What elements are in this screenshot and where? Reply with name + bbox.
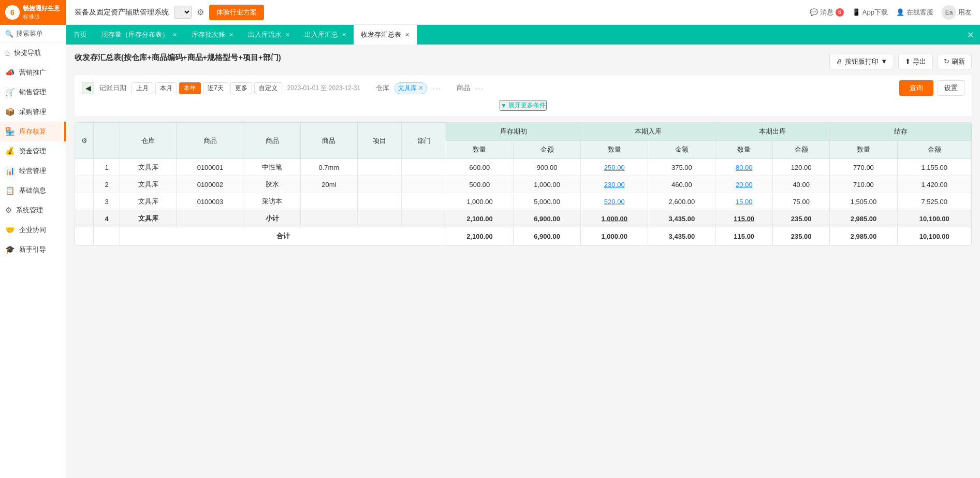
settings-filter-btn[interactable]: 设置 — [938, 80, 964, 96]
tab-inout-summary[interactable]: 出入库汇总 ✕ — [297, 25, 354, 45]
nav-icon-sales: 🛒 — [5, 88, 15, 97]
cell-open-qty: 1,000.00 — [446, 193, 513, 210]
footer-out-amt: 235.00 — [772, 227, 829, 245]
date-label: 记账日期 — [99, 83, 126, 93]
system-selector[interactable] — [174, 6, 192, 19]
filter-expand-btn[interactable]: ▼ 展开更多条件 — [500, 100, 547, 111]
cell-out-qty[interactable]: 20.00 — [715, 176, 772, 193]
tab-receive-summary-close[interactable]: ✕ — [405, 32, 409, 38]
user-item[interactable]: Ea 用友 — [942, 5, 972, 20]
cell-in-qty[interactable]: 1,000.00 — [581, 210, 648, 227]
logo-text: 畅捷通好生意 标准版 — [23, 4, 60, 21]
col-bal-amt-header: 金额 — [897, 141, 971, 159]
footer-label: 合计 — [120, 227, 446, 245]
date-btn-this-year[interactable]: 本年 — [179, 82, 201, 94]
sidebar-logo: 6 畅捷通好生意 标准版 — [0, 0, 66, 25]
cell-in-qty[interactable]: 230.00 — [581, 176, 648, 193]
col-open-header: 库存期初 — [446, 123, 580, 141]
logo-line1: 畅捷通好生意 — [23, 4, 60, 13]
cell-project — [358, 210, 402, 227]
tab-home[interactable]: 首页 — [66, 25, 94, 45]
cell-open-qty: 2,100.00 — [446, 210, 513, 227]
query-btn[interactable]: 查询 — [899, 80, 933, 96]
sidebar-search[interactable]: 🔍 搜索菜单 — [0, 25, 66, 43]
cell-no: 4 — [94, 210, 120, 227]
cell-bal-amt: 10,100.00 — [897, 210, 971, 227]
cell-no: 2 — [94, 176, 120, 193]
goods-more-btn[interactable]: ··· — [475, 84, 484, 92]
tab-batch-close[interactable]: ✕ — [229, 32, 233, 38]
cell-out-amt: 235.00 — [772, 210, 829, 227]
sidebar-item-sales[interactable]: 🛒 销售管理 — [0, 82, 66, 102]
nav-icon-enterprise: 🤝 — [5, 225, 15, 235]
cell-settings — [75, 210, 94, 227]
cell-project — [358, 193, 402, 210]
footer-bal-amt: 10,100.00 — [897, 227, 971, 245]
cell-spec: 20ml — [300, 176, 357, 193]
date-btn-last-month[interactable]: 上月 — [131, 82, 153, 94]
sidebar-item-inventory[interactable]: 🏪 库存核算 — [0, 122, 66, 141]
tab-receive-summary[interactable]: 收发存汇总表 ✕ — [354, 25, 417, 45]
sidebar-item-enterprise[interactable]: 🤝 企业协同 — [0, 220, 66, 240]
print-icon: 🖨 — [836, 57, 843, 65]
tab-inventory-dist-close[interactable]: ✕ — [172, 32, 177, 38]
cell-out-qty[interactable]: 115.00 — [715, 210, 772, 227]
cell-warehouse: 文具库 — [120, 159, 177, 176]
settings-icon[interactable]: ⚙ — [197, 7, 204, 17]
sidebar-item-business[interactable]: 📊 经营管理 — [0, 161, 66, 181]
sidebar-item-guide[interactable]: 🎓 新手引导 — [0, 240, 66, 259]
sidebar-item-marketing[interactable]: 📣 营销推广 — [0, 63, 66, 82]
print-btn[interactable]: 🖨 按钮版打印 ▼ — [829, 54, 894, 69]
cell-name: 小计 — [244, 210, 300, 227]
tab-batch[interactable]: 库存批次账 ✕ — [184, 25, 241, 45]
col-open-amt-header: 金额 — [514, 141, 581, 159]
nav-label-finance: 资金管理 — [19, 147, 46, 156]
topbar: 装备及固定资产辅助管理系统 ⚙ 体验行业方案 💬 消息 6 📱 App下载 👤 … — [66, 0, 980, 25]
app-download-label: App下载 — [862, 8, 888, 17]
col-settings-header[interactable]: ⚙ — [75, 123, 94, 159]
filter-collapse-btn[interactable]: ◀ — [82, 82, 94, 94]
cell-out-qty[interactable]: 80.00 — [715, 159, 772, 176]
refresh-btn[interactable]: ↻ 刷新 — [937, 54, 972, 69]
sidebar-item-quick[interactable]: ⌂ 快捷导航 — [0, 43, 66, 63]
cell-warehouse: 文具库 — [120, 210, 177, 227]
online-service-label: 在线客服 — [906, 8, 933, 17]
date-range: 2023-01-01 至 2023-12-31 — [287, 84, 360, 93]
sidebar-item-basic[interactable]: 📋 基础信息 — [0, 181, 66, 200]
cell-in-qty[interactable]: 520.00 — [581, 193, 648, 210]
warehouse-more-btn[interactable]: ··· — [432, 84, 441, 92]
tab-inventory-dist[interactable]: 现存量（库存分布表） ✕ — [94, 25, 184, 45]
cell-out-qty[interactable]: 15.00 — [715, 193, 772, 210]
cell-out-amt: 40.00 — [772, 176, 829, 193]
avatar: Ea — [942, 5, 956, 20]
footer-open-qty: 2,100.00 — [446, 227, 513, 245]
nav-icon-guide: 🎓 — [5, 245, 15, 254]
mobile-icon: 📱 — [852, 8, 860, 16]
cell-project — [358, 176, 402, 193]
app-download-item[interactable]: 📱 App下载 — [852, 8, 888, 17]
export-btn[interactable]: ⬆ 导出 — [898, 54, 933, 69]
system-name: 装备及固定资产辅助管理系统 — [75, 8, 169, 17]
cell-open-amt: 5,000.00 — [514, 193, 581, 210]
tab-inout-summary-close[interactable]: ✕ — [342, 32, 346, 38]
date-btn-custom[interactable]: 自定义 — [254, 82, 282, 94]
sidebar-item-finance[interactable]: 💰 资金管理 — [0, 141, 66, 161]
col-in-header: 本期入库 — [581, 123, 715, 141]
message-item[interactable]: 💬 消息 6 — [810, 8, 844, 17]
date-btn-more[interactable]: 更多 — [230, 82, 252, 94]
cell-in-qty[interactable]: 250.00 — [581, 159, 648, 176]
date-options: 上月 本月 本年 近7天 更多 自定义 — [131, 82, 282, 94]
tab-inout-flow[interactable]: 出入库流水 ✕ — [241, 25, 297, 45]
tab-close-all[interactable]: ✕ — [961, 25, 980, 45]
footer-settings — [75, 227, 94, 245]
online-service-item[interactable]: 👤 在线客服 — [896, 8, 933, 17]
sidebar-item-system[interactable]: ⚙ 系统管理 — [0, 200, 66, 220]
date-btn-this-month[interactable]: 本月 — [155, 82, 177, 94]
warehouse-tag-close[interactable]: ✕ — [418, 84, 423, 92]
col-out-header: 本期出库 — [715, 123, 830, 141]
warehouse-tag[interactable]: 文具库 ✕ — [394, 82, 427, 94]
trial-btn[interactable]: 体验行业方案 — [209, 5, 264, 20]
tab-inout-flow-close[interactable]: ✕ — [285, 32, 290, 38]
date-btn-7days[interactable]: 近7天 — [203, 82, 228, 94]
sidebar-item-purchase[interactable]: 📦 采购管理 — [0, 102, 66, 122]
